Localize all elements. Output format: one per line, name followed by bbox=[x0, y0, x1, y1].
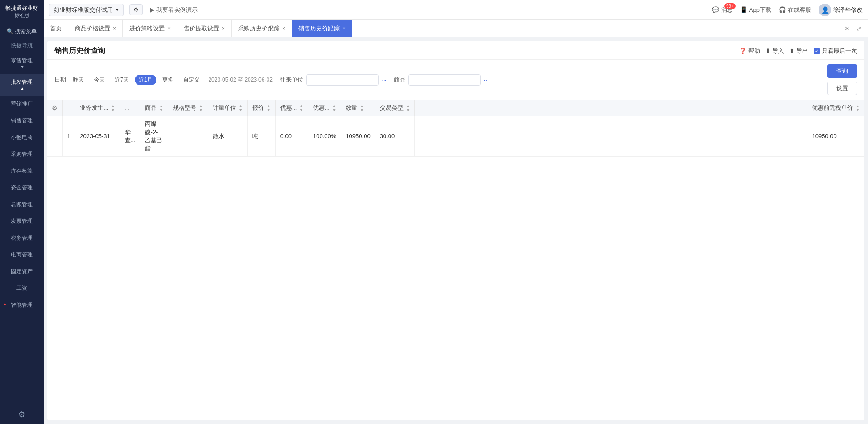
app-download-btn[interactable]: 📱 App下载 bbox=[740, 6, 771, 14]
tab-goods-price[interactable]: 商品价格设置 × bbox=[68, 20, 123, 37]
tab-purchase-strategy-label: 进价策略设置 bbox=[129, 24, 165, 33]
only-last-label: 只看最后一次 bbox=[822, 47, 857, 55]
sidebar-item-inventory[interactable]: 库存核算 bbox=[0, 163, 44, 179]
sidebar-item-purchase-mgmt[interactable]: 采购管理 bbox=[0, 146, 44, 163]
download-icon: 📱 bbox=[740, 6, 747, 13]
sort-icons: ▲▼ bbox=[159, 104, 163, 112]
date-btn-today[interactable]: 今天 bbox=[90, 75, 109, 85]
export-btn[interactable]: ⬆ 导出 bbox=[790, 47, 808, 55]
sidebar-item-label: 电商管理 bbox=[11, 251, 33, 259]
topbar-actions: 💬 消息 99+ 📱 App下载 🎧 在线客服 👤 徐泽华修改 bbox=[712, 4, 863, 16]
data-table: ⚙ 业务发生... ▲▼ ... 商品 ▲▼ 规格型 bbox=[47, 100, 864, 157]
sidebar-item-label: 资金管理 bbox=[11, 184, 33, 192]
date-btn-custom[interactable]: 自定义 bbox=[179, 75, 204, 85]
row-spec bbox=[168, 116, 208, 156]
tab-sale-price-extract[interactable]: 售价提取设置 × bbox=[177, 20, 232, 37]
from-unit-dots-btn[interactable]: ··· bbox=[381, 76, 387, 83]
settings-btn[interactable]: 设置 bbox=[827, 82, 857, 95]
sidebar-item-label: 小畅电商 bbox=[11, 134, 33, 141]
tab-home[interactable]: 首页 bbox=[44, 20, 68, 37]
topbar: 好业财标准版交付试用 ▾ ⚙ ▶ 我要看实例演示 💬 消息 99+ 📱 App下… bbox=[44, 0, 868, 20]
filter-area: 日期 昨天 今天 近7天 近1月 更多 自定义 2023-05-02 至 202… bbox=[47, 60, 864, 100]
window-controls: ✕ ⤢ bbox=[838, 23, 868, 34]
row-pretax-price: 10950.00 bbox=[807, 116, 864, 156]
sidebar-item-fixed-assets[interactable]: 固定资产 bbox=[0, 263, 44, 280]
app-selector-label: 好业财标准版交付试用 bbox=[54, 6, 113, 14]
close-window-btn[interactable]: ✕ bbox=[842, 23, 853, 34]
row-unit: 散水 bbox=[208, 116, 248, 156]
close-icon[interactable]: × bbox=[342, 25, 346, 32]
sidebar-settings-btn[interactable]: ⚙ bbox=[0, 405, 44, 424]
online-service-btn[interactable]: 🎧 在线客服 bbox=[779, 6, 811, 14]
sidebar-item-account-mgmt[interactable]: 总账管理 bbox=[0, 196, 44, 213]
sidebar-logo-subtitle: 标准版 bbox=[4, 12, 40, 19]
sidebar-item-capital-mgmt[interactable]: 资金管理 bbox=[0, 179, 44, 196]
row-gear bbox=[47, 116, 63, 156]
sidebar-item-ecom-mgmt[interactable]: 电商管理 bbox=[0, 246, 44, 263]
sidebar-quick-nav[interactable]: 快捷导航 bbox=[0, 39, 44, 52]
import-icon: ⬇ bbox=[766, 48, 770, 54]
date-range-text: 2023-05-02 至 2023-06-02 bbox=[208, 76, 272, 84]
goods-dots-btn[interactable]: ··· bbox=[483, 76, 489, 83]
col-tx-type[interactable]: 交易类型 ▲▼ bbox=[375, 100, 415, 116]
date-btn-7days[interactable]: 近7天 bbox=[111, 75, 133, 85]
sidebar-item-marketing[interactable]: 营销推广 bbox=[0, 96, 44, 112]
sidebar-item-invoice-mgmt[interactable]: 发票管理 bbox=[0, 213, 44, 230]
col-discount-pct[interactable]: 优惠... ▲▼ bbox=[275, 100, 308, 116]
gear-icon[interactable]: ⚙ bbox=[52, 104, 58, 111]
app-selector[interactable]: 好业财标准版交付试用 ▾ bbox=[49, 4, 124, 16]
date-btn-yesterday[interactable]: 昨天 bbox=[69, 75, 88, 85]
export-icon: ⬆ bbox=[790, 48, 795, 54]
query-btn[interactable]: 查询 bbox=[827, 64, 857, 78]
tab-purchase-strategy[interactable]: 进价策略设置 × bbox=[123, 20, 177, 37]
col-pretax-price[interactable]: 优惠前无税单价 ▲▼ bbox=[807, 100, 864, 116]
sort-icons: ▲▼ bbox=[360, 104, 364, 112]
search-icon: 🔍 bbox=[7, 28, 14, 34]
col-biz-date[interactable]: 业务发生... ▲▼ bbox=[75, 100, 120, 116]
sidebar-search[interactable]: 🔍 搜索菜单 bbox=[0, 24, 44, 39]
from-unit-input[interactable] bbox=[306, 74, 379, 86]
date-btn-1month[interactable]: 近1月 bbox=[135, 75, 157, 85]
sidebar-item-retail-mgmt[interactable]: 零售管理 ▼ bbox=[0, 52, 44, 74]
close-icon[interactable]: × bbox=[282, 25, 285, 32]
messages-btn[interactable]: 💬 消息 99+ bbox=[712, 6, 733, 14]
tab-purchase-history[interactable]: 采购历史价跟踪 × bbox=[232, 20, 292, 37]
sidebar-item-sales-mgmt[interactable]: 销售管理 bbox=[0, 112, 44, 129]
app-download-label: App下载 bbox=[749, 6, 771, 14]
user-name: 徐泽华修改 bbox=[833, 6, 863, 14]
maximize-window-btn[interactable]: ⤢ bbox=[853, 23, 864, 34]
sidebar-item-smart-mgmt[interactable]: 智能管理 bbox=[0, 297, 44, 313]
tab-home-label: 首页 bbox=[50, 24, 62, 33]
close-icon[interactable]: × bbox=[113, 25, 116, 32]
tab-sales-history[interactable]: 销售历史价跟踪 × bbox=[292, 20, 352, 37]
goods-filter-label: 商品 bbox=[394, 76, 405, 84]
help-btn[interactable]: ❓ 帮助 bbox=[739, 47, 760, 55]
help-icon: ❓ bbox=[739, 48, 746, 54]
col-goods[interactable]: 商品 ▲▼ bbox=[140, 100, 168, 116]
date-quick-btns: 昨天 今天 近7天 近1月 更多 自定义 bbox=[69, 75, 204, 85]
user-info[interactable]: 👤 徐泽华修改 bbox=[819, 4, 863, 16]
col-spec[interactable]: 规格型号 ▲▼ bbox=[168, 100, 208, 116]
close-icon[interactable]: × bbox=[167, 25, 171, 32]
col-more[interactable]: ... bbox=[120, 100, 140, 116]
demo-link[interactable]: ▶ 我要看实例演示 bbox=[150, 6, 198, 14]
only-last-checkbox[interactable]: ✓ 只看最后一次 bbox=[814, 47, 857, 55]
col-unit[interactable]: 计量单位 ▲▼ bbox=[208, 100, 248, 116]
settings-btn[interactable]: ⚙ bbox=[129, 4, 143, 15]
col-quantity[interactable]: 数量 ▲▼ bbox=[341, 100, 375, 116]
sidebar-item-label: 总账管理 bbox=[11, 201, 33, 208]
sidebar-item-wholesale-mgmt[interactable]: 批发管理 ▲ bbox=[0, 74, 44, 96]
sidebar-item-payroll[interactable]: 工资 bbox=[0, 280, 44, 297]
sidebar-item-tax-mgmt[interactable]: 税务管理 bbox=[0, 230, 44, 246]
goods-input[interactable] bbox=[408, 74, 481, 86]
tab-sales-history-label: 销售历史价跟踪 bbox=[298, 24, 340, 33]
date-btn-more[interactable]: 更多 bbox=[158, 75, 177, 85]
col-discount-amt[interactable]: 优惠... ▲▼ bbox=[308, 100, 341, 116]
sort-icons: ▲▼ bbox=[199, 104, 203, 112]
import-btn[interactable]: ⬇ 导入 bbox=[766, 47, 784, 55]
sidebar-item-label: 批发管理 bbox=[11, 78, 33, 86]
sidebar-item-xiaochange-ec[interactable]: 小畅电商 bbox=[0, 129, 44, 146]
close-icon[interactable]: × bbox=[222, 25, 225, 32]
play-icon: ▶ bbox=[150, 6, 155, 13]
col-price[interactable]: 报价 ▲▼ bbox=[248, 100, 276, 116]
